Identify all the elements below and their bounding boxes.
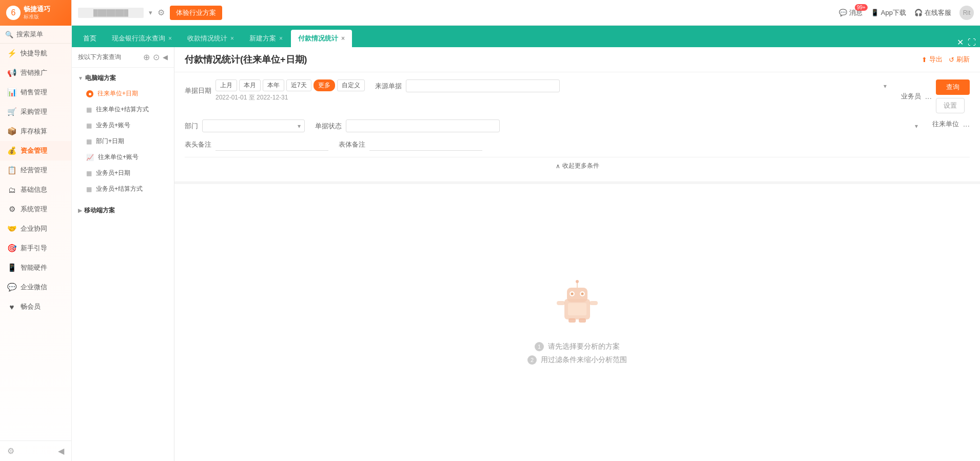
scheme-item-dept-date[interactable]: ▦ 部门+日期 [72, 133, 174, 149]
scheme-panel-header: 按以下方案查询 ⊕ ⊙ ◀ [72, 47, 174, 68]
empty-tip-2: 2 用过滤条件来缩小分析范围 [527, 355, 627, 365]
scheme-item-staff-date[interactable]: ▦ 业务员+日期 [72, 165, 174, 181]
sidebar-settings-icon[interactable]: ⚙ [7, 446, 14, 456]
date-btn-last-month[interactable]: 上月 [215, 79, 237, 91]
refresh-icon: ↺ [949, 56, 954, 64]
sidebar-collapse-icon[interactable]: ◀ [58, 446, 64, 456]
sidebar-item-inventory-label: 库存核算 [21, 127, 47, 136]
sidebar-item-finance[interactable]: 💰 资金管理 [0, 141, 71, 161]
filter-status-item: 单据状态 [315, 119, 922, 132]
tab-new-scheme-label: 新建方案 [249, 34, 276, 43]
sidebar-item-operation[interactable]: 📋 经营管理 [0, 161, 71, 180]
tab-bank-flow[interactable]: 现金银行流水查询 × [105, 30, 179, 47]
sidebar-item-corp-wechat[interactable]: 💬 企业微信 [0, 277, 71, 297]
company-dropdown-icon[interactable]: ▾ [149, 9, 152, 16]
tab-receipt-stats-close[interactable]: × [230, 35, 234, 42]
scheme-item-partner-settle[interactable]: ▦ 往来单位+结算方式 [72, 102, 174, 117]
sidebar-item-vip[interactable]: ♥ 畅会员 [0, 297, 71, 316]
scheme-item-dept-date-label: 部门+日期 [96, 137, 124, 146]
body-note-input[interactable] [369, 138, 482, 151]
sidebar-logo: 6 畅捷通巧 标准版 [0, 0, 71, 26]
tip-num-2: 2 [527, 355, 537, 365]
sidebar-item-quick-nav[interactable]: ⚡ 快捷导航 [0, 44, 71, 63]
scheme-item-partner-settle-label: 往来单位+结算方式 [96, 105, 149, 114]
scheme-item-partner-date[interactable]: 往来单位+日期 [72, 86, 174, 102]
svg-rect-11 [590, 301, 598, 305]
refresh-btn[interactable]: ↺ 刷新 [949, 55, 970, 64]
scheme-collapse-btn[interactable]: ◀ [163, 53, 168, 61]
tab-receipt-stats[interactable]: 收款情况统计 × [180, 30, 241, 47]
search-icon: 🔍 [5, 31, 13, 38]
sidebar-item-guide[interactable]: 🎯 新手引导 [0, 238, 71, 258]
sidebar-item-system[interactable]: ⚙ 系统管理 [0, 199, 71, 219]
scheme-item-partner-account-label: 往来单位+账号 [98, 153, 139, 162]
sidebar-item-marketing[interactable]: 📢 营销推广 [0, 63, 71, 83]
online-service[interactable]: 🎧 在线客服 [914, 8, 951, 17]
tab-new-scheme[interactable]: 新建方案 × [242, 30, 290, 47]
sidebar-item-smart-hw[interactable]: 📱 智能硬件 [0, 258, 71, 277]
message-count: 99+ [855, 4, 868, 11]
scheme-section-mobile-title[interactable]: ▶ 移动端方案 [72, 203, 174, 218]
query-btn[interactable]: 查询 [936, 79, 970, 95]
date-btn-this-year[interactable]: 本年 [263, 79, 284, 91]
scheme-item-partner-settle-icon: ▦ [86, 106, 92, 113]
tab-expand-icon[interactable]: ⛶ [968, 38, 976, 47]
sidebar: 6 畅捷通巧 标准版 🔍 搜索菜单 ⚡ 快捷导航 📢 营销推广 📊 销售管理 🛒… [0, 0, 72, 461]
staff-selector[interactable]: ... [925, 92, 932, 101]
header-note-input[interactable] [215, 138, 328, 151]
date-btn-more[interactable]: 更多 [313, 79, 335, 91]
status-select[interactable] [346, 119, 500, 132]
sidebar-item-purchase[interactable]: 🛒 采购管理 [0, 102, 71, 122]
filter-dept-item: 部门 [185, 119, 305, 132]
top-header: ████████ ▾ ⚙ 体验行业方案 💬 消息 99+ 📱 App下载 🎧 在… [72, 0, 980, 26]
app-download[interactable]: 📱 App下载 [871, 8, 906, 17]
scheme-item-staff-settle-icon: ▦ [86, 186, 92, 193]
svg-point-4 [571, 293, 574, 295]
export-btn[interactable]: ⬆ 导出 [922, 55, 943, 64]
settings-btn[interactable]: 设置 [936, 98, 965, 113]
scheme-item-partner-account-icon: 📈 [86, 154, 94, 161]
date-btn-7days[interactable]: 近7天 [286, 79, 311, 91]
user-avatar[interactable]: Rit [959, 6, 974, 20]
message-badge[interactable]: 💬 消息 99+ [839, 8, 863, 17]
tab-bank-flow-close[interactable]: × [168, 35, 172, 42]
collapse-bar[interactable]: ∧ 收起更多条件 [185, 157, 970, 174]
scheme-item-staff-account[interactable]: ▦ 业务员+账号 [72, 117, 174, 133]
partner-selector[interactable]: ... [963, 119, 970, 129]
header-settings-icon[interactable]: ⚙ [158, 8, 165, 17]
filter-staff-item: 业务员 ... 查询 设置 [901, 79, 970, 113]
partner-label: 往来单位 [932, 119, 959, 129]
header-right: 💬 消息 99+ 📱 App下载 🎧 在线客服 Rit [839, 6, 974, 20]
scheme-item-partner-account[interactable]: 📈 往来单位+账号 [72, 149, 174, 165]
empty-state: 1 请先选择要分析的方案 2 用过滤条件来缩小分析范围 [174, 184, 980, 461]
tab-payment-stats-close[interactable]: × [341, 35, 345, 42]
corp-collab-icon: 🤝 [7, 224, 16, 233]
search-menu[interactable]: 🔍 搜索菜单 [0, 26, 71, 44]
vip-icon: ♥ [7, 302, 16, 311]
date-btn-custom[interactable]: 自定义 [337, 79, 365, 91]
status-label: 单据状态 [315, 122, 342, 131]
trial-btn[interactable]: 体验行业方案 [170, 6, 222, 20]
right-content: 付款情况统计(往来单位+日期) ⬆ 导出 ↺ 刷新 [174, 47, 980, 461]
date-btn-this-month[interactable]: 本月 [239, 79, 261, 91]
tab-payment-stats[interactable]: 付款情况统计 × [291, 30, 352, 47]
dept-select[interactable] [202, 119, 305, 132]
filter-row-2: 部门 单据状态 [185, 119, 970, 132]
scheme-item-staff-settle[interactable]: ▦ 业务员+结算方式 [72, 181, 174, 197]
scheme-add-btn[interactable]: ⊕ [143, 52, 150, 62]
sidebar-item-basic-info-label: 基础信息 [21, 185, 47, 194]
staff-label: 业务员 [901, 92, 921, 101]
scheme-section-desktop-title[interactable]: ▼ 电脑端方案 [72, 71, 174, 86]
scheme-settings-btn[interactable]: ⊙ [153, 52, 160, 62]
tab-home[interactable]: 首页 [76, 30, 104, 47]
sidebar-item-sales[interactable]: 📊 销售管理 [0, 83, 71, 102]
scheme-item-partner-date-label: 往来单位+日期 [97, 89, 138, 98]
sidebar-item-corp-collab[interactable]: 🤝 企业协同 [0, 219, 71, 238]
sidebar-item-basic-info[interactable]: 🗂 基础信息 [0, 180, 71, 199]
scheme-desktop-arrow: ▼ [78, 75, 83, 81]
scheme-section-mobile: ▶ 移动端方案 [72, 200, 174, 221]
tab-close-all-icon[interactable]: ✕ [957, 37, 964, 47]
sidebar-item-inventory[interactable]: 📦 库存核算 [0, 122, 71, 141]
tab-new-scheme-close[interactable]: × [279, 35, 283, 42]
source-select[interactable] [406, 79, 560, 92]
